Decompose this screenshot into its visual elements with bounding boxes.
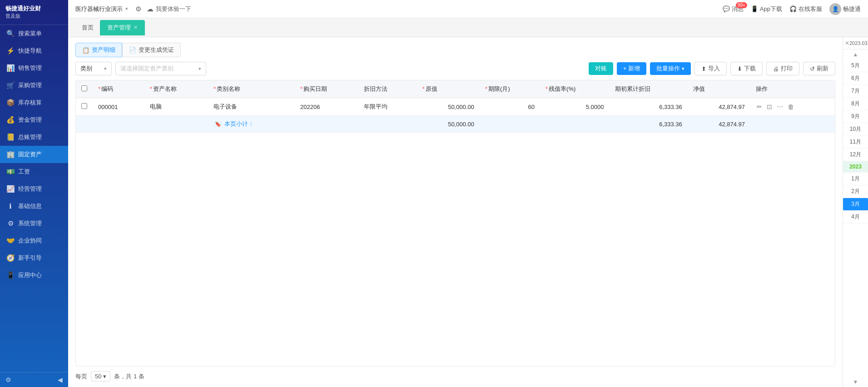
sidebar-item-operations[interactable]: 📈经营管理: [0, 180, 68, 198]
company-name: 医疗器械行业演示: [75, 5, 123, 13]
cal-month-1月[interactable]: 1月: [843, 173, 868, 185]
content-area: 📋 资产明细 📄 变更生成凭证 类别 ▾ 请选择固定资产类别: [68, 37, 868, 387]
cal-month-2月[interactable]: 2月: [843, 185, 868, 198]
app-center-icon: 📱: [6, 271, 15, 279]
sub-tab-asset-detail[interactable]: 📋 资产明细: [75, 43, 122, 57]
batch-btn[interactable]: 批量操作 ▾: [650, 62, 691, 75]
cal-month-prev-11月[interactable]: 11月: [843, 136, 868, 149]
download-label: 下载: [744, 64, 756, 73]
asset-table: *编码 *资产名称 *类别名称 *购买日期 折旧方法 *原值 *期限(月) *残…: [75, 80, 835, 367]
panel-header: ✕ 2023.03 ⛶: [843, 37, 868, 50]
topbar: 医疗器械行业演示 ▾ ⚙ ☁ 我要体验一下 💬 消息 99+ 📱 App下载 🎧…: [68, 0, 868, 18]
more-icon[interactable]: ⋯: [776, 102, 784, 111]
app-download-btn[interactable]: 📱 App下载: [751, 5, 782, 13]
cal-month-prev-7月[interactable]: 7月: [843, 85, 868, 98]
toolbar-left: 类别 ▾ 请选择固定资产类别 ▾: [75, 62, 585, 75]
online-service-btn[interactable]: 🎧 在线客服: [789, 5, 822, 13]
calendar-scroll-down[interactable]: ▼: [843, 377, 868, 387]
sidebar-item-fixed-assets[interactable]: 🏢固定资产: [0, 146, 68, 163]
sidebar-item-search[interactable]: 🔍搜索菜单: [0, 25, 68, 42]
sidebar-item-quick-nav[interactable]: ⚡快捷导航: [0, 42, 68, 60]
sidebar-item-enterprise[interactable]: 🤝企业协同: [0, 232, 68, 249]
collapse-icon[interactable]: ◀: [58, 376, 63, 383]
main-area: 医疗器械行业演示 ▾ ⚙ ☁ 我要体验一下 💬 消息 99+ 📱 App下载 🎧…: [68, 0, 868, 387]
table-header-row: *编码 *资产名称 *类别名称 *购买日期 折旧方法 *原值 *期限(月) *残…: [76, 80, 835, 98]
sub-tab-change-voucher[interactable]: 📄 变更生成凭证: [122, 43, 181, 57]
sidebar-label-funds: 资金管理: [18, 116, 42, 124]
sidebar-label-ledger: 总账管理: [18, 133, 42, 141]
search-icon: 🔍: [6, 30, 15, 38]
asset-category-select[interactable]: 请选择固定资产类别 ▾: [115, 62, 206, 75]
download-btn[interactable]: ⬇ 下载: [730, 62, 763, 75]
sidebar-item-funds[interactable]: 💰资金管理: [0, 111, 68, 129]
tab-asset-management[interactable]: 资产管理 ✕: [100, 20, 145, 35]
per-page-value: 50: [95, 373, 101, 380]
sidebar-label-fixed-assets: 固定资产: [18, 150, 42, 159]
sidebar-item-guide[interactable]: 🧭新手引导: [0, 249, 68, 267]
tab-close-icon[interactable]: ✕: [134, 25, 138, 30]
sidebar-item-ledger[interactable]: 📒总账管理: [0, 129, 68, 146]
category-chevron-icon: ▾: [104, 66, 107, 72]
cal-month-prev-9月[interactable]: 9月: [843, 110, 868, 123]
calendar-scroll-up[interactable]: ▲: [843, 50, 868, 60]
copy-icon[interactable]: ⊡: [766, 102, 773, 111]
cal-month-prev-10月[interactable]: 10月: [843, 123, 868, 136]
edit-icon[interactable]: ✏: [756, 102, 763, 111]
panel-close-icon[interactable]: ✕: [845, 40, 849, 46]
print-btn[interactable]: 🖨 打印: [766, 62, 799, 75]
notifications-btn[interactable]: 💬 消息 99+: [723, 5, 744, 13]
per-page-chevron-icon: ▾: [103, 373, 106, 380]
asset-detail-icon: 📋: [82, 47, 89, 54]
experience-label: 我要体验一下: [156, 5, 191, 13]
subtotal-label: 🔖本页小计：: [208, 116, 295, 133]
cal-month-prev-6月[interactable]: 6月: [843, 72, 868, 85]
print-icon: 🖨: [773, 65, 779, 72]
col-period: *期限(月): [480, 80, 540, 98]
cloud-icon: ☁: [147, 5, 154, 13]
subtotal-net-value: 42,874.97: [688, 116, 750, 133]
topbar-settings-icon[interactable]: ⚙: [135, 5, 141, 13]
cal-month-prev-8月[interactable]: 8月: [843, 98, 868, 110]
category-filter[interactable]: 类别 ▾: [75, 62, 112, 75]
col-purchase-date: *购买日期: [295, 80, 358, 98]
sidebar-footer: ⚙ ◀: [0, 372, 68, 387]
change-voucher-icon: 📄: [129, 47, 136, 54]
add-btn[interactable]: + 新增: [617, 62, 646, 75]
reconcile-btn[interactable]: 对账: [589, 62, 613, 75]
table-row: 000001 电脑 电子设备 202206 年限平均 50,000.00 60 …: [76, 98, 835, 116]
delete-icon[interactable]: 🗑: [787, 102, 795, 111]
per-page-select[interactable]: 50 ▾: [91, 371, 110, 382]
download-icon: ⬇: [737, 65, 742, 72]
sidebar-item-system[interactable]: ⚙系统管理: [0, 215, 68, 232]
user-menu[interactable]: 👤 畅捷通: [829, 3, 861, 15]
app-name: 畅捷通好业财: [5, 5, 41, 13]
export-icon: ⬆: [701, 65, 706, 72]
refresh-label: 刷新: [817, 64, 828, 73]
panel-year: 2023.03: [849, 40, 868, 46]
company-selector[interactable]: 医疗器械行业演示 ▾: [75, 5, 128, 13]
app-logo: 畅捷通好业财 普及版: [0, 0, 68, 25]
subtotal-accumulated: 6,333.36: [610, 116, 688, 133]
sidebar-item-purchase[interactable]: 🛒采购管理: [0, 77, 68, 94]
cal-month-prev-12月[interactable]: 12月: [843, 149, 868, 161]
settings-icon[interactable]: ⚙: [5, 376, 11, 383]
notifications-badge: 99+: [736, 2, 747, 8]
row-checkbox-0[interactable]: [81, 103, 87, 109]
sidebar-label-system: 系统管理: [18, 219, 42, 228]
experience-btn[interactable]: ☁ 我要体验一下: [147, 5, 191, 13]
select-all-checkbox[interactable]: [81, 85, 87, 91]
export-btn[interactable]: ⬆ 导入: [694, 62, 727, 75]
sidebar-item-sales[interactable]: 📊销售管理: [0, 60, 68, 77]
sidebar-item-basic-info[interactable]: ℹ基础信息: [0, 198, 68, 215]
right-panel: ✕ 2023.03 ⛶ ▲ 5月6月7月8月9月10月11月12月20231月2…: [843, 37, 868, 387]
sidebar-item-inventory[interactable]: 📦库存核算: [0, 94, 68, 111]
sidebar-item-payroll[interactable]: 💵工资: [0, 163, 68, 180]
sidebar-item-app-center[interactable]: 📱应用中心: [0, 267, 68, 284]
cal-month-4月[interactable]: 4月: [843, 211, 868, 223]
cal-month-3月[interactable]: 3月: [843, 198, 868, 211]
refresh-btn[interactable]: ↺ 刷新: [803, 62, 835, 75]
cal-month-prev-5月[interactable]: 5月: [843, 60, 868, 72]
reconcile-label: 对账: [595, 64, 607, 73]
tab-home[interactable]: 首页: [75, 20, 100, 35]
page-content: 📋 资产明细 📄 变更生成凭证 类别 ▾ 请选择固定资产类别: [68, 37, 843, 387]
